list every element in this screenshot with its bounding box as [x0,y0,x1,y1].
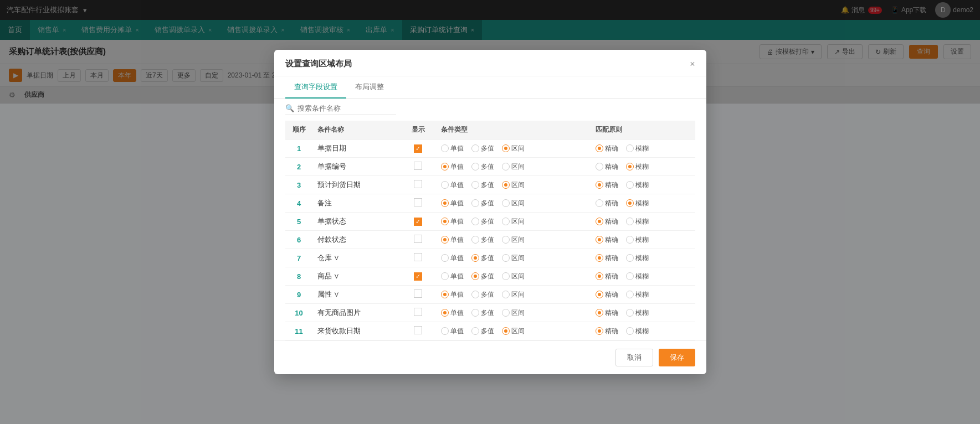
dialog-overlay: 设置查询区域布局 × 查询字段设置 布局调整 🔍 顺序 [0,0,980,104]
settings-dialog: 设置查询区域布局 × 查询字段设置 布局调整 🔍 顺序 [274,50,706,104]
dialog-tab-bar: 查询字段设置 布局调整 [274,76,706,99]
tab-query-fields[interactable]: 查询字段设置 [285,76,346,99]
dialog-title: 设置查询区域布局 [285,59,352,69]
dialog-close-btn[interactable]: × [690,59,695,69]
search-box-area: 🔍 [274,99,706,104]
dialog-header: 设置查询区域布局 × [274,50,706,76]
tab-layout-adjust[interactable]: 布局调整 [346,76,393,99]
